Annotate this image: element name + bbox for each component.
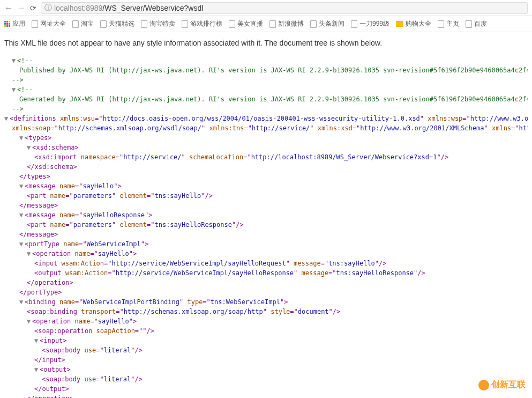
- xml-element[interactable]: ▼<operation name="sayHello">: [4, 249, 528, 259]
- xml-element[interactable]: ▼<xsd:schema>: [4, 143, 528, 152]
- expand-toggle-icon[interactable]: ▼: [4, 114, 10, 123]
- bookmark-item[interactable]: 天猫精选: [100, 19, 134, 28]
- xml-close-tag[interactable]: </input>: [4, 355, 528, 365]
- xml-element[interactable]: <soap:body use="literal"/>: [4, 345, 528, 355]
- bookmark-item[interactable]: 游戏排行榜: [182, 19, 222, 28]
- xml-attrs-cont: xmlns:soap="http://schemas.xmlsoap.org/w…: [4, 123, 528, 133]
- xml-element[interactable]: <part name="parameters" element="tns:say…: [4, 191, 528, 201]
- page-icon: [351, 20, 357, 28]
- xml-element[interactable]: <soap:body use="literal"/>: [4, 374, 528, 384]
- address-bar[interactable]: ⓘ localhost:8989/WS_Server/Webservice?ws…: [41, 2, 528, 14]
- xml-close-tag[interactable]: </xsd:schema>: [4, 162, 528, 172]
- xml-element[interactable]: ▼<output>: [4, 365, 528, 374]
- xml-close-tag[interactable]: </types>: [4, 172, 528, 181]
- expand-toggle-icon[interactable]: ▼: [27, 316, 32, 326]
- bookmark-item[interactable]: 网址大全: [32, 19, 66, 28]
- page-icon: [100, 20, 107, 28]
- expand-toggle-icon[interactable]: ▼: [27, 249, 32, 259]
- info-icon: ⓘ: [44, 3, 52, 13]
- expand-toggle-icon[interactable]: ▼: [19, 181, 25, 191]
- content-area: This XML file does not appear to have an…: [0, 32, 532, 398]
- watermark: 创新互联: [478, 379, 526, 390]
- back-button[interactable]: ←: [4, 3, 13, 13]
- page-icon: [72, 20, 79, 28]
- xml-close-tag[interactable]: </portType>: [4, 288, 528, 297]
- bookmark-item[interactable]: 百度: [466, 19, 487, 28]
- page-icon: [310, 20, 317, 28]
- xml-tree: ▼<!-- Published by JAX-WS RI (http://jax…: [4, 56, 528, 398]
- xml-element[interactable]: ▼<portType name="WebServiceImpl">: [4, 239, 528, 249]
- xml-element[interactable]: ▼<input>: [4, 336, 528, 345]
- bookmark-item[interactable]: 新浪微博: [269, 19, 304, 28]
- bookmark-item[interactable]: 淘宝特卖: [141, 19, 175, 28]
- page-icon: [438, 20, 444, 28]
- bookmarks-bar: 应用 网址大全淘宝天猫精选淘宝特卖游戏排行榜美女直播新浪微博头条新闻一刀999级…: [0, 16, 532, 32]
- expand-toggle-icon[interactable]: ▼: [19, 210, 25, 220]
- page-icon: [229, 20, 235, 28]
- xml-element[interactable]: ▼<types>: [4, 133, 528, 143]
- xml-close-tag[interactable]: </message>: [4, 230, 528, 239]
- expand-toggle-icon[interactable]: ▼: [34, 336, 40, 345]
- bookmark-item[interactable]: 主页: [438, 19, 459, 28]
- folder-icon: [396, 21, 403, 27]
- page-icon: [269, 20, 276, 28]
- xml-comment-close: -->: [4, 104, 528, 114]
- watermark-icon: [478, 380, 489, 390]
- page-icon: [466, 20, 472, 28]
- expand-toggle-icon[interactable]: ▼: [12, 85, 17, 94]
- expand-toggle-icon[interactable]: ▼: [19, 239, 25, 249]
- xml-element[interactable]: <output wsam:Action="http://service/WebS…: [4, 268, 528, 278]
- bookmark-item[interactable]: 一刀999级: [351, 19, 389, 28]
- xml-close-tag[interactable]: </output>: [4, 384, 528, 394]
- xml-close-tag[interactable]: </operation>: [4, 394, 528, 398]
- xml-element[interactable]: <soap:binding transport="http://schemas.…: [4, 307, 528, 316]
- bookmark-item[interactable]: 头条新闻: [310, 19, 344, 28]
- page-icon: [182, 20, 188, 28]
- bookmark-item[interactable]: 淘宝: [72, 19, 94, 28]
- expand-toggle-icon[interactable]: ▼: [19, 297, 25, 307]
- expand-toggle-icon[interactable]: ▼: [34, 365, 40, 374]
- xml-element[interactable]: ▼<operation name="sayHello">: [4, 316, 528, 326]
- xml-notice: This XML file does not appear to have an…: [4, 39, 528, 47]
- xml-element[interactable]: <soap:operation soapAction=""/>: [4, 326, 528, 336]
- url-text: localhost:8989/WS_Server/Webservice?wsdl: [54, 4, 203, 12]
- expand-toggle-icon[interactable]: ▼: [19, 133, 25, 143]
- xml-element[interactable]: ▼<definitions xmlns:wsu="http://docs.oas…: [4, 114, 528, 123]
- xml-comment[interactable]: ▼<!--: [4, 56, 528, 65]
- xml-element[interactable]: ▼<message name="sayHello">: [4, 181, 528, 191]
- page-icon: [32, 20, 38, 28]
- bookmark-item[interactable]: 美女直播: [229, 19, 263, 28]
- expand-toggle-icon[interactable]: ▼: [27, 143, 32, 152]
- xml-comment-close: -->: [4, 75, 528, 85]
- expand-toggle-icon[interactable]: ▼: [12, 56, 17, 65]
- xml-element[interactable]: ▼<message name="sayHelloResponse">: [4, 210, 528, 220]
- xml-close-tag[interactable]: </message>: [4, 201, 528, 210]
- xml-close-tag[interactable]: </operation>: [4, 278, 528, 288]
- reload-button[interactable]: ⟳: [30, 4, 36, 12]
- apps-icon: [4, 21, 10, 27]
- xml-element[interactable]: <input wsam:Action="http://service/WebSe…: [4, 259, 528, 268]
- xml-comment-body: Published by JAX-WS RI (http://jax-ws.ja…: [4, 65, 528, 75]
- forward-button[interactable]: →: [17, 3, 26, 13]
- xml-comment[interactable]: ▼<!--: [4, 85, 528, 94]
- browser-toolbar: ← → ⟳ ⓘ localhost:8989/WS_Server/Webserv…: [0, 0, 532, 16]
- xml-element[interactable]: <xsd:import namespace="http://service/" …: [4, 152, 528, 162]
- page-icon: [141, 20, 147, 28]
- xml-element[interactable]: <part name="parameters" element="tns:say…: [4, 220, 528, 230]
- bookmark-item[interactable]: 购物大全: [396, 19, 431, 28]
- xml-comment-body: Generated by JAX-WS RI (http://jax-ws.ja…: [4, 94, 528, 104]
- xml-element[interactable]: ▼<binding name="WebServiceImplPortBindin…: [4, 297, 528, 307]
- apps-button[interactable]: 应用: [4, 19, 25, 28]
